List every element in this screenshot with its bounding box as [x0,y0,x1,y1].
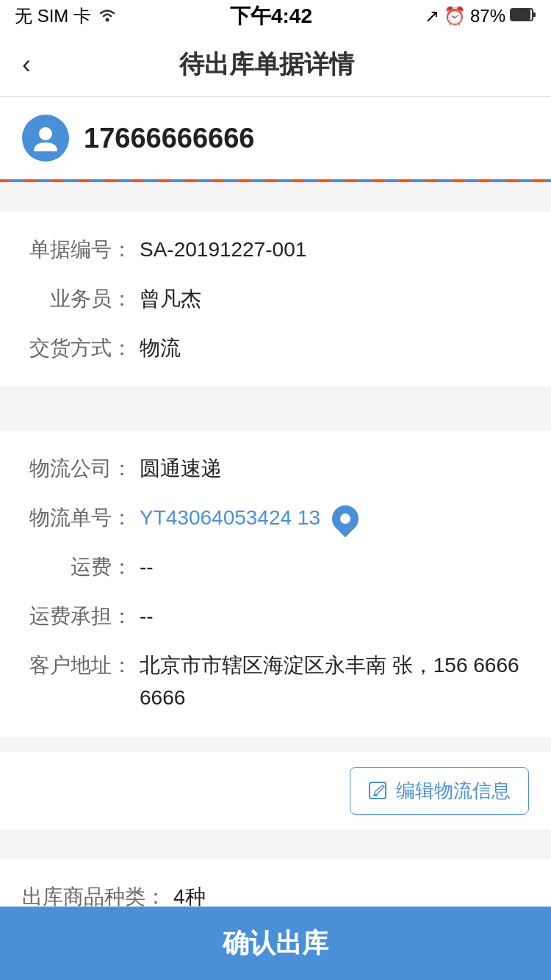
edit-logistics-label: 编辑物流信息 [396,778,511,804]
address-value: 北京市市辖区海淀区永丰南 张，156 6666 6666 [140,649,529,716]
freight-bear-label: 运费承担： [22,600,140,633]
customer-phone: 17666666666 [84,123,254,154]
status-time: 下午4:42 [230,2,312,30]
divider-3 [0,829,551,844]
freight-bear-value: -- [140,600,529,633]
logistics-company-row: 物流公司： 圆通速递 [22,453,529,486]
carrier-label: 无 SIM 卡 [15,4,91,28]
freight-row: 运费： -- [22,551,529,584]
salesman-label: 业务员： [22,283,140,316]
avatar [22,115,69,162]
back-button[interactable]: ‹ [22,49,31,80]
status-right: ↗ ⏰ 87% [425,6,536,26]
edit-icon [368,781,389,801]
edit-logistics-row: 编辑物流信息 [0,752,551,829]
order-no-value: SA-20191227-001 [140,234,529,267]
location-pin-icon[interactable] [327,500,364,537]
order-no-label: 单据编号： [22,234,140,267]
status-left: 无 SIM 卡 [15,4,118,28]
delivery-label: 交货方式： [22,332,140,365]
salesman-value: 曾凡杰 [140,283,529,316]
nav-bar: ‹ 待出库单据详情 [0,32,551,97]
tracking-no-row: 物流单号： YT43064053424 13 [22,502,529,535]
delivery-value: 物流 [140,332,529,365]
customer-header: 17666666666 [0,97,551,182]
svg-rect-2 [533,12,536,17]
address-label: 客户地址： [22,649,140,682]
tracking-no-label: 物流单号： [22,502,140,535]
order-no-row: 单据编号： SA-20191227-001 [22,234,529,267]
logistics-company-value: 圆通速递 [140,453,529,486]
svg-point-4 [39,127,52,140]
divider-1 [0,182,551,197]
alarm-icon: ⏰ [444,6,466,26]
logistics-section: 物流公司： 圆通速递 物流单号： YT43064053424 13 运费： --… [0,430,551,737]
basic-info-section: 单据编号： SA-20191227-001 业务员： 曾凡杰 交货方式： 物流 [0,212,551,386]
edit-logistics-button[interactable]: 编辑物流信息 [350,767,529,815]
delivery-row: 交货方式： 物流 [22,332,529,365]
svg-rect-3 [511,10,530,20]
confirm-button-label: 确认出库 [223,926,328,962]
freight-bear-row: 运费承担： -- [22,600,529,633]
salesman-row: 业务员： 曾凡杰 [22,283,529,316]
tracking-no-value: YT43064053424 13 [140,502,320,535]
svg-point-0 [106,18,109,22]
status-bar: 无 SIM 卡 下午4:42 ↗ ⏰ 87% [0,0,551,32]
wifi-icon [97,6,118,26]
battery-icon [510,6,536,26]
battery-label: 87% [470,6,505,26]
logistics-company-label: 物流公司： [22,453,140,486]
page-title: 待出库单据详情 [46,48,488,82]
address-row: 客户地址： 北京市市辖区海淀区永丰南 张，156 6666 6666 [22,649,529,716]
location-icon: ↗ [425,6,439,26]
confirm-button[interactable]: 确认出库 [0,907,551,980]
tracking-no-container: YT43064053424 13 [140,502,359,535]
divider-2 [0,401,551,416]
freight-value: -- [140,551,529,584]
freight-label: 运费： [22,551,140,584]
